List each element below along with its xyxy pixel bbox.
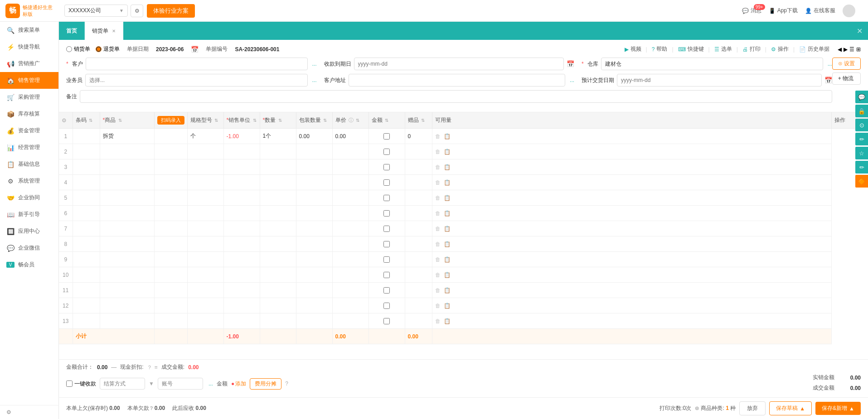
cell-spec[interactable]: [154, 221, 187, 236]
cell-spec[interactable]: [154, 313, 187, 329]
cell-price[interactable]: [296, 267, 332, 283]
account-dots[interactable]: ...: [209, 380, 213, 387]
tab-sales-order[interactable]: 销货单 ✕: [85, 22, 123, 40]
copy-row-icon[interactable]: 📋: [444, 318, 451, 324]
cell-price[interactable]: [296, 144, 332, 159]
sidebar-item-quick-nav[interactable]: ⚡ 快捷导航: [0, 39, 58, 55]
warehouse-dots[interactable]: ...: [828, 61, 832, 67]
scan-button[interactable]: 扫码录入: [157, 116, 184, 125]
cell-qty[interactable]: [223, 252, 260, 267]
copy-row-icon[interactable]: 📋: [444, 164, 451, 170]
sidebar-item-basic-info[interactable]: 📋 基础信息: [0, 156, 58, 173]
cell-qty[interactable]: [223, 267, 260, 283]
cell-qty[interactable]: -1.00: [223, 129, 260, 144]
settings-button[interactable]: ⊙ 设置: [832, 58, 861, 70]
float-lock-button[interactable]: 🔒: [855, 105, 868, 117]
float-chat-button[interactable]: 💬: [855, 91, 868, 103]
copy-row-icon[interactable]: 📋: [444, 272, 451, 278]
close-window-button[interactable]: ✕: [851, 27, 868, 35]
cell-gift[interactable]: [369, 267, 405, 283]
cell-qty[interactable]: [223, 175, 260, 190]
save-draft-dropdown-icon[interactable]: ▲: [800, 405, 805, 412]
copy-row-icon[interactable]: 📋: [444, 210, 451, 217]
print-action[interactable]: 🖨 打印: [742, 45, 761, 53]
customer-address-input[interactable]: [349, 74, 566, 87]
cell-price[interactable]: 0.00: [296, 129, 332, 144]
goods-type-icon[interactable]: ⊙ 商品种类: 1 种: [695, 405, 736, 412]
cell-qty[interactable]: [223, 236, 260, 252]
cell-price[interactable]: [296, 283, 332, 298]
customer-input[interactable]: [86, 58, 308, 70]
delete-row-icon[interactable]: 🗑: [435, 164, 441, 170]
sidebar-item-app-center[interactable]: 🔲 应用中心: [0, 223, 58, 240]
cell-barcode[interactable]: [73, 283, 100, 298]
float-star-button[interactable]: ☆: [855, 147, 868, 159]
cell-spec[interactable]: [154, 175, 187, 190]
sidebar-item-operation[interactable]: 📊 经营管理: [0, 139, 58, 156]
operate-action[interactable]: ⚙ 操作: [771, 45, 789, 53]
cell-gift[interactable]: [369, 313, 405, 329]
cell-barcode[interactable]: [73, 267, 100, 283]
delete-row-icon[interactable]: 🗑: [435, 256, 441, 263]
gear-col-icon[interactable]: ⚙: [62, 117, 67, 124]
cell-gift[interactable]: [369, 159, 405, 175]
sidebar-item-wechat[interactable]: 💬 企业微信: [0, 240, 58, 256]
delete-row-icon[interactable]: 🗑: [435, 179, 441, 186]
due-date-input[interactable]: [354, 58, 564, 70]
discard-button[interactable]: 放弃: [739, 401, 766, 415]
grid-view-icon[interactable]: ⊞: [856, 46, 861, 53]
cell-qty[interactable]: [223, 159, 260, 175]
cell-barcode[interactable]: [73, 313, 100, 329]
copy-row-icon[interactable]: 📋: [444, 133, 451, 140]
sidebar-item-marketing[interactable]: 📢 营销推广: [0, 55, 58, 72]
sidebar-item-sales[interactable]: 🏠 销售管理: [0, 72, 58, 89]
cell-price[interactable]: [296, 190, 332, 206]
company-selector[interactable]: XXXXXX公司 ▼: [64, 5, 128, 17]
discount-info-icon[interactable]: ?: [148, 365, 151, 370]
copy-row-icon[interactable]: 📋: [444, 256, 451, 263]
logistics-button[interactable]: + 物流: [832, 72, 861, 85]
delete-row-icon[interactable]: 🗑: [435, 303, 441, 309]
copy-row-icon[interactable]: 📋: [444, 149, 451, 155]
cell-gift[interactable]: [369, 236, 405, 252]
cell-spec[interactable]: [154, 144, 187, 159]
copy-row-icon[interactable]: 📋: [444, 179, 451, 186]
cell-gift[interactable]: [369, 206, 405, 221]
address-dots[interactable]: ...: [570, 77, 574, 83]
sidebar-item-inventory[interactable]: 📦 库存核算: [0, 106, 58, 122]
cell-price[interactable]: [296, 221, 332, 236]
debt-info-icon[interactable]: ?: [150, 405, 153, 411]
cell-gift[interactable]: [369, 175, 405, 190]
save-draft-button[interactable]: 保存草稿 ▲: [769, 401, 812, 415]
expected-date-calendar-icon[interactable]: 📅: [824, 77, 832, 84]
sidebar-settings-button[interactable]: ⚙: [0, 405, 58, 419]
salesperson-dots[interactable]: ...: [312, 77, 317, 83]
video-action[interactable]: ▶ 视频: [625, 45, 641, 53]
tab-home[interactable]: 首页: [59, 22, 85, 40]
cell-barcode[interactable]: [73, 129, 100, 144]
cell-barcode[interactable]: [73, 190, 100, 206]
cell-qty[interactable]: [223, 298, 260, 313]
save-new-dropdown-icon[interactable]: ▲: [849, 405, 854, 412]
cell-barcode[interactable]: [73, 206, 100, 221]
calendar-icon[interactable]: 📅: [191, 46, 199, 53]
radio-sales-order[interactable]: 销货单: [66, 45, 90, 53]
cell-barcode[interactable]: [73, 236, 100, 252]
settlement-dropdown-icon[interactable]: ▼: [149, 380, 154, 387]
float-pen-button[interactable]: ✏: [855, 161, 868, 173]
cell-price[interactable]: [296, 175, 332, 190]
cell-spec[interactable]: [154, 298, 187, 313]
add-payment-button[interactable]: ● 添加: [231, 380, 246, 388]
notes-input[interactable]: [80, 90, 832, 103]
cell-barcode[interactable]: [73, 144, 100, 159]
cell-spec[interactable]: [154, 236, 187, 252]
cell-barcode[interactable]: [73, 221, 100, 236]
sidebar-item-guide[interactable]: 📖 新手引导: [0, 206, 58, 223]
message-button[interactable]: 💬 消息 99+: [742, 7, 761, 14]
float-circle-button[interactable]: ⊙: [855, 119, 868, 131]
cell-qty[interactable]: [223, 283, 260, 298]
cell-barcode[interactable]: [73, 252, 100, 267]
cell-price[interactable]: [296, 159, 332, 175]
sidebar-item-enterprise[interactable]: 🤝 企业协同: [0, 189, 58, 206]
customer-dots[interactable]: ...: [312, 61, 317, 67]
